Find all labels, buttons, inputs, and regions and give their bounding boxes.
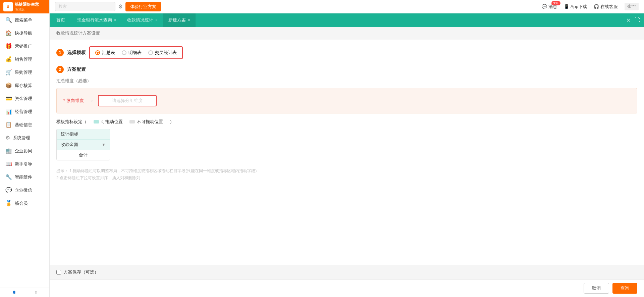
operations-icon: 📊 (5, 108, 12, 115)
radio-detail[interactable]: 明细表 (122, 50, 142, 56)
settings-bottom-icon: ⚙ (35, 291, 38, 294)
sidebar-label-sales: 销售管理 (15, 56, 32, 62)
sidebar-bottom: 👤 ⚙ (0, 288, 49, 297)
sidebar-item-hardware[interactable]: 🔧 智能硬件 (0, 170, 49, 184)
sidebar-item-system[interactable]: ⚙ 系统管理 (0, 131, 49, 144)
tab-collection-stats[interactable]: 收款情况统计 × (122, 13, 163, 27)
sidebar-label-inventory: 库存核算 (15, 83, 32, 89)
user-display: 张*** (625, 3, 639, 10)
breadcrumb: 收款情况统计方案设置 (50, 27, 644, 40)
sidebar-item-quick-nav[interactable]: 🏠 快捷导航 (0, 27, 49, 40)
tabs-close-btn[interactable]: ✕ (626, 17, 631, 23)
sidebar-logo: 8 畅捷通好生意 标准版 (0, 0, 49, 13)
stats-amount-label: 收款金额 (61, 142, 78, 148)
sidebar-label-enterprise: 企业协同 (15, 148, 32, 154)
logo-title: 畅捷通好生意 (15, 2, 39, 7)
purchase-icon: 🛒 (5, 69, 12, 76)
stats-total-row: 合计 (57, 150, 110, 160)
stats-cell-amount[interactable]: 收款金额 ▼ (57, 140, 110, 150)
template-radio-group: 汇总表 明细表 交叉统计表 (95, 50, 177, 56)
vertical-dimension-label: 纵向维度 (63, 98, 84, 104)
sidebar-item-inventory[interactable]: 📦 库存核算 (0, 79, 49, 92)
user-bottom-icon: 👤 (12, 291, 16, 294)
radio-summary[interactable]: 汇总表 (95, 50, 115, 56)
tip1-text: 提示： 1.拖动标题栏可以调整布局，不可跨维度或指标区域拖动栏目字段(只能在同一… (56, 168, 637, 174)
search-menu-icon: 🔍 (5, 17, 12, 23)
sidebar-item-base[interactable]: 📋 基础信息 (0, 118, 49, 131)
tab-collection-stats-label: 收款情况统计 (127, 17, 153, 23)
dimension-arrow-icon: → (88, 97, 94, 104)
tab-bank-flow-label: 现金银行流水查询 (77, 17, 112, 23)
enterprise-icon: 🏢 (5, 148, 12, 154)
cancel-button[interactable]: 取消 (584, 283, 609, 294)
sidebar-item-member[interactable]: 🏅 畅会员 (0, 197, 49, 210)
app-icon: 📱 (564, 4, 569, 9)
sidebar-label-base: 基础信息 (15, 122, 32, 128)
tab-bank-flow[interactable]: 现金银行流水查询 × (72, 13, 122, 27)
legend-draggable: 可拖动位置 (94, 119, 123, 125)
legend-draggable-box (94, 120, 99, 123)
sidebar-label-guide: 新手引导 (15, 161, 32, 167)
legend-non-draggable-label: 不可拖动位置 (137, 119, 163, 125)
save-checkbox[interactable] (56, 270, 61, 275)
sidebar-bottom-user[interactable]: 👤 (12, 291, 16, 294)
stats-dropdown-icon[interactable]: ▼ (102, 142, 106, 147)
sidebar-label-hardware: 智能硬件 (15, 174, 32, 180)
notification-area[interactable]: 💬 消息 99+ (542, 4, 557, 10)
logo-icon: 8 (3, 2, 13, 11)
notification-icon: 💬 (542, 4, 547, 9)
sidebar-item-marketing[interactable]: 🎁 营销推广 (0, 40, 49, 53)
header-left: 搜索 ⚙ 体验行业方案 (55, 2, 161, 11)
save-label: 方案保存（可选） (64, 269, 99, 275)
radio-cross-circle (148, 50, 153, 55)
tab-home[interactable]: 首页 (50, 13, 72, 27)
legend-draggable-label: 可拖动位置 (101, 119, 123, 125)
radio-cross[interactable]: 交叉统计表 (148, 50, 177, 56)
template-select-box: 汇总表 明细表 交叉统计表 (89, 46, 183, 59)
app-download-label: App下载 (571, 4, 587, 10)
sales-icon: 💰 (5, 56, 12, 62)
sidebar-item-search-menu[interactable]: 🔍 搜索菜单 (0, 13, 49, 27)
tab-new-plan[interactable]: 新建方案 × (163, 13, 196, 27)
tabs-bar: 首页 现金银行流水查询 × 收款情况统计 × 新建方案 × ✕ ⛶ (50, 13, 644, 27)
sidebar-bottom-settings[interactable]: ⚙ (35, 291, 38, 294)
system-icon: ⚙ (5, 135, 10, 141)
tab-bank-flow-close[interactable]: × (114, 18, 116, 22)
tabs-expand-btn[interactable]: ⛶ (635, 17, 640, 23)
step2-num: 2 (56, 66, 64, 73)
action-bar: 取消 查询 (50, 279, 644, 297)
tips-area: 提示： 1.拖动标题栏可以调整布局，不可跨维度或指标区域拖动栏目字段(只能在同一… (56, 168, 637, 181)
sidebar-item-enterprise[interactable]: 🏢 企业协同 (0, 144, 49, 157)
logo-badge: 标准版 (15, 7, 39, 12)
sidebar-item-guide[interactable]: 📖 新手引导 (0, 157, 49, 170)
sidebar-item-purchase[interactable]: 🛒 采购管理 (0, 66, 49, 79)
app-download[interactable]: 📱 App下载 (564, 4, 587, 10)
sidebar-label-system: 系统管理 (13, 135, 30, 141)
query-button[interactable]: 查询 (612, 283, 637, 294)
step2-title: 方案配置 (67, 66, 86, 72)
sidebar-item-operations[interactable]: 📊 经营管理 (0, 105, 49, 118)
radio-summary-label: 汇总表 (102, 50, 115, 56)
dimension-area: 纵向维度 → 请选择分组维度 (56, 88, 637, 113)
online-support[interactable]: 🎧 在线客服 (594, 4, 618, 10)
support-icon: 🎧 (594, 4, 599, 9)
dimension-subtitle: 汇总维度（必选） (56, 78, 637, 84)
breadcrumb-text: 收款情况统计方案设置 (56, 31, 100, 36)
trial-btn[interactable]: 体验行业方案 (125, 2, 161, 11)
dimension-select[interactable]: 请选择分组维度 (98, 95, 157, 106)
sidebar-item-sales[interactable]: 💰 销售管理 (0, 53, 49, 66)
sidebar-label-purchase: 采购管理 (15, 69, 32, 76)
header-search-display: 搜索 (55, 2, 115, 11)
gear-icon[interactable]: ⚙ (118, 3, 123, 10)
header: 搜索 ⚙ 体验行业方案 💬 消息 99+ 📱 App下载 🎧 在线客服 张*** (50, 0, 644, 13)
sidebar-item-finance[interactable]: 💳 资金管理 (0, 92, 49, 105)
sidebar-label-finance: 资金管理 (15, 96, 32, 102)
wechat-icon: 💬 (5, 187, 12, 193)
online-support-label: 在线客服 (600, 4, 618, 10)
marketing-icon: 🎁 (5, 43, 12, 49)
sidebar-item-wechat[interactable]: 💬 企业微信 (0, 184, 49, 197)
tab-new-plan-close[interactable]: × (188, 18, 190, 22)
hardware-icon: 🔧 (5, 174, 12, 180)
tab-collection-stats-close[interactable]: × (155, 18, 158, 22)
indicators-title-text: 模板指标设定（ (56, 119, 87, 125)
